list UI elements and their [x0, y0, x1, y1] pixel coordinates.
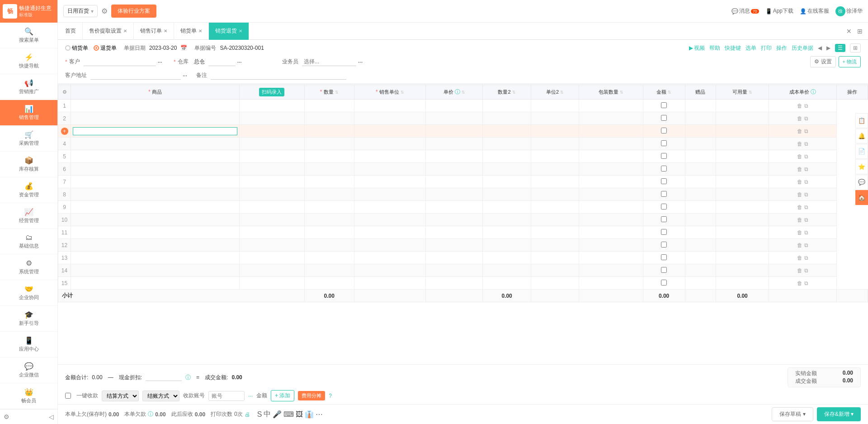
- delete-row-btn[interactable]: 🗑: [797, 267, 802, 274]
- unit-sort[interactable]: ⇅: [401, 90, 404, 95]
- industry-selector[interactable]: 日用百货 ▾: [63, 5, 98, 17]
- sidebar-settings-icon[interactable]: ⚙: [4, 413, 9, 420]
- view-grid-icon[interactable]: ⊞: [850, 43, 861, 52]
- copy-row-btn[interactable]: ⧉: [804, 204, 808, 210]
- print-icon[interactable]: 🖨: [245, 411, 250, 418]
- cost-price-info[interactable]: ⓘ: [811, 89, 816, 95]
- calc-method-select[interactable]: 结账方式: [142, 391, 179, 401]
- gift-checkbox[interactable]: [661, 178, 667, 184]
- delete-row-btn[interactable]: 🗑: [797, 204, 802, 210]
- tab-sales-return[interactable]: 销货退货 ✕: [209, 23, 249, 40]
- rf-home-icon[interactable]: 🏠: [855, 190, 868, 205]
- tab-home[interactable]: 首页: [61, 23, 83, 40]
- avail-sort[interactable]: ⇅: [749, 90, 752, 95]
- copy-row-btn[interactable]: ⧉: [804, 153, 808, 160]
- sidebar-item-marketing[interactable]: 📢 营销推广: [0, 74, 57, 100]
- discount-info-icon[interactable]: ⓘ: [185, 374, 191, 381]
- gift-cell[interactable]: [643, 138, 685, 150]
- cash-discount-input[interactable]: [146, 374, 182, 381]
- warehouse-input[interactable]: [208, 57, 236, 66]
- online-service-item[interactable]: 👤 在线客服: [800, 7, 829, 15]
- delete-row-btn[interactable]: 🗑: [797, 166, 802, 172]
- copy-row-btn[interactable]: ⧉: [804, 280, 808, 286]
- th-gear[interactable]: ⚙: [58, 85, 71, 100]
- tie-icon[interactable]: 👔: [305, 410, 314, 419]
- copy-row-btn[interactable]: ⧉: [804, 267, 808, 274]
- logistics-btn[interactable]: + 物流: [839, 56, 861, 67]
- fee-split-btn[interactable]: 费用分摊: [298, 391, 325, 400]
- tab-sales-slip-close[interactable]: ✕: [198, 29, 202, 33]
- product-input[interactable]: [73, 127, 237, 135]
- copy-row-btn[interactable]: ⧉: [804, 103, 808, 109]
- amount-sort[interactable]: ⇅: [668, 90, 671, 95]
- more-icon[interactable]: ⋯: [316, 410, 323, 419]
- gift-checkbox[interactable]: [661, 280, 667, 286]
- add-btn[interactable]: + 添加: [271, 390, 294, 401]
- settings-icon[interactable]: ⚙: [101, 7, 108, 15]
- delete-row-btn[interactable]: 🗑: [797, 153, 802, 160]
- app-download-item[interactable]: 📱 App下载: [765, 7, 793, 15]
- sidebar-item-member[interactable]: 👑 畅会员: [0, 383, 57, 409]
- gift-checkbox[interactable]: [661, 102, 667, 108]
- print-btn[interactable]: 打印: [761, 44, 772, 52]
- address-select-btn[interactable]: ···: [183, 72, 187, 79]
- video-btn[interactable]: ▶ 视频: [689, 44, 705, 52]
- prev-icon[interactable]: ◀: [818, 45, 822, 51]
- sidebar-item-basic[interactable]: 🗂 基础信息: [0, 229, 57, 254]
- close-all-icon[interactable]: ✕: [844, 27, 854, 36]
- gift-checkbox[interactable]: [661, 242, 667, 248]
- product-cell[interactable]: [71, 125, 240, 138]
- sidebar-item-inventory[interactable]: 📦 库存核算: [0, 152, 57, 177]
- tab-sales-return-close[interactable]: ✕: [239, 29, 242, 33]
- staff-input[interactable]: [302, 57, 356, 66]
- gift-checkbox[interactable]: [661, 153, 667, 159]
- fee-help-icon[interactable]: ?: [329, 393, 332, 399]
- gift-checkbox[interactable]: [661, 216, 667, 222]
- sidebar-item-wechat[interactable]: 💬 企业微信: [0, 357, 57, 383]
- gift-checkbox[interactable]: [661, 115, 667, 121]
- copy-row-btn[interactable]: ⧉: [804, 179, 808, 185]
- qty2-sort[interactable]: ⇅: [512, 90, 516, 95]
- sidebar-item-sales[interactable]: 📊 销售管理: [0, 100, 57, 126]
- gift-cell[interactable]: [643, 163, 685, 176]
- delete-row-btn[interactable]: 🗑: [797, 103, 802, 109]
- customer-select-btn[interactable]: ···: [158, 59, 162, 65]
- rf-star-icon[interactable]: ⭐: [855, 159, 868, 174]
- copy-row-btn[interactable]: ⧉: [804, 141, 808, 147]
- user-item[interactable]: 徐 徐泽华: [835, 6, 863, 16]
- tab-price-extract[interactable]: 售价提取设置 ✕: [83, 23, 134, 40]
- delete-row-btn[interactable]: 🗑: [797, 242, 802, 248]
- rf-file-icon[interactable]: 📄: [855, 144, 868, 159]
- message-item[interactable]: 💬 消息 70: [731, 7, 759, 15]
- view-list-icon[interactable]: ☰: [835, 44, 845, 52]
- sougou-icon[interactable]: S: [257, 410, 262, 419]
- pkg-sort[interactable]: ⇅: [620, 90, 623, 95]
- unit2-sort[interactable]: ⇅: [560, 90, 564, 95]
- gift-checkbox[interactable]: [661, 166, 667, 172]
- sidebar-item-apps[interactable]: 📱 应用中心: [0, 332, 57, 357]
- sidebar-item-system[interactable]: ⚙ 系统管理: [0, 254, 57, 280]
- delete-row-btn[interactable]: 🗑: [797, 115, 802, 122]
- tab-sales-slip[interactable]: 销货单 ✕: [174, 23, 209, 40]
- sidebar-item-newbie[interactable]: 🎓 新手引导: [0, 306, 57, 332]
- sidebar-item-finance[interactable]: 💰 资金管理: [0, 177, 57, 203]
- img-icon[interactable]: 🖼: [296, 410, 303, 419]
- gift-cell[interactable]: [643, 252, 685, 264]
- gift-cell[interactable]: [643, 176, 685, 188]
- sidebar-item-operations[interactable]: 📈 经营管理: [0, 203, 57, 229]
- copy-row-btn[interactable]: ⧉: [804, 242, 808, 248]
- date-picker-icon[interactable]: 📅: [180, 45, 187, 51]
- gift-checkbox[interactable]: [661, 267, 667, 273]
- customer-input[interactable]: [84, 57, 156, 66]
- remark-input[interactable]: [211, 71, 346, 80]
- gift-cell[interactable]: [643, 264, 685, 277]
- gift-cell[interactable]: [643, 188, 685, 201]
- delete-row-btn[interactable]: 🗑: [797, 280, 802, 286]
- one-click-collect-checkbox[interactable]: [65, 393, 71, 399]
- delete-row-btn[interactable]: 🗑: [797, 255, 802, 261]
- delete-row-btn[interactable]: 🗑: [797, 191, 802, 198]
- hotkey-btn[interactable]: 快捷键: [725, 44, 741, 52]
- keyboard-icon[interactable]: ⌨: [283, 410, 294, 419]
- copy-row-btn[interactable]: ⧉: [804, 255, 808, 261]
- copy-row-btn[interactable]: ⧉: [804, 217, 808, 223]
